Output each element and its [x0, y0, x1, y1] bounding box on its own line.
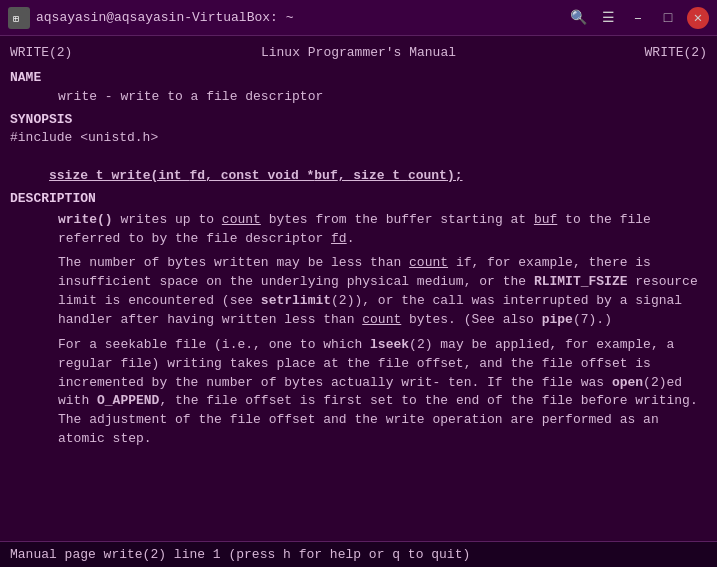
description-para2: The number of bytes written may be less … — [10, 254, 707, 329]
signature-line: ssize_t write(int fd, const void *buf, s… — [10, 167, 707, 186]
description-para1: write() writes up to count bytes from th… — [10, 211, 707, 249]
name-title: NAME — [10, 70, 41, 85]
svg-text:⊞: ⊞ — [13, 14, 19, 25]
desc-text-1: write() writes up to count bytes from th… — [58, 212, 651, 246]
desc-text-3: For a seekable file (i.e., one to which … — [58, 337, 698, 446]
title-bar: ⊞ aqsayasin@aqsayasin-VirtualBox: ~ 🔍 ☰ … — [0, 0, 717, 36]
description-title: DESCRIPTION — [10, 191, 96, 206]
window-controls: 🔍 ☰ – □ ✕ — [567, 7, 709, 29]
menu-icon[interactable]: ☰ — [597, 7, 619, 29]
name-section: NAME write - write to a file descriptor — [10, 69, 707, 107]
close-button[interactable]: ✕ — [687, 7, 709, 29]
name-body: write - write to a file descriptor — [10, 88, 707, 107]
man-header-right: WRITE(2) — [645, 44, 707, 63]
synopsis-section: SYNOPSIS #include <unistd.h> ssize_t wri… — [10, 111, 707, 186]
description-para3: For a seekable file (i.e., one to which … — [10, 336, 707, 449]
synopsis-title: SYNOPSIS — [10, 112, 72, 127]
terminal-content: WRITE(2) Linux Programmer's Manual WRITE… — [0, 36, 717, 541]
man-header: WRITE(2) Linux Programmer's Manual WRITE… — [10, 44, 707, 63]
description-section: DESCRIPTION write() writes up to count b… — [10, 190, 707, 449]
title-bar-left: ⊞ aqsayasin@aqsayasin-VirtualBox: ~ — [8, 7, 293, 29]
terminal-icon: ⊞ — [8, 7, 30, 29]
desc-text-2: The number of bytes written may be less … — [58, 255, 698, 327]
search-icon[interactable]: 🔍 — [567, 7, 589, 29]
status-bar: Manual page write(2) line 1 (press h for… — [0, 541, 717, 567]
maximize-button[interactable]: □ — [657, 7, 679, 29]
minimize-button[interactable]: – — [627, 7, 649, 29]
status-text: Manual page write(2) line 1 (press h for… — [10, 547, 470, 562]
man-header-left: WRITE(2) — [10, 44, 72, 63]
man-header-center: Linux Programmer's Manual — [261, 44, 456, 63]
include-line: #include <unistd.h> — [10, 129, 707, 148]
window-title: aqsayasin@aqsayasin-VirtualBox: ~ — [36, 10, 293, 25]
